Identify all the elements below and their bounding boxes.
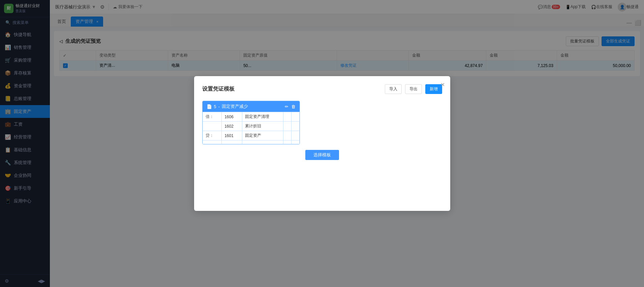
entry-debit-1 — [283, 122, 291, 131]
template-card: 📄 5 - 固定资产减少 ✏ 🗑 借： 1606 固定资产清理 — [202, 101, 300, 145]
template-entry-row-1: 1602 累计折旧 — [203, 122, 299, 131]
entry-credit-1 — [291, 122, 299, 131]
modal-header: 设置凭证模板 导入 导出 新增 — [202, 84, 442, 94]
template-entry-row-2: 贷： 1601 固定资产 — [203, 131, 299, 140]
new-template-button[interactable]: 新增 — [425, 84, 442, 94]
template-card-header: 📄 5 - 固定资产减少 ✏ 🗑 — [203, 101, 300, 112]
modal-close-button[interactable]: ✕ — [440, 82, 445, 88]
template-entries-table: 借： 1606 固定资产清理 1602 累计折旧 贷： — [203, 112, 300, 144]
template-entry-row-empty — [203, 140, 299, 144]
entry-name-0: 固定资产清理 — [242, 112, 283, 122]
template-card-title-area: 📄 5 - 固定资产减少 — [207, 103, 248, 109]
select-template-button[interactable]: 选择模板 — [305, 150, 339, 160]
entry-debit-0 — [283, 112, 291, 122]
modal-title: 设置凭证模板 — [202, 86, 235, 93]
template-card-actions: ✏ 🗑 — [285, 104, 296, 109]
export-button[interactable]: 导出 — [405, 84, 422, 94]
template-delete-icon[interactable]: 🗑 — [291, 104, 296, 109]
entry-code-0: 1606 — [222, 112, 242, 122]
entry-type-0: 借： — [203, 112, 222, 122]
entry-type-1 — [203, 122, 222, 131]
import-button[interactable]: 导入 — [385, 84, 402, 94]
modal-overlay: ✕ 设置凭证模板 导入 导出 新增 📄 5 - 固定资产减少 ✏ 🗑 — [0, 0, 644, 287]
entry-credit-2 — [291, 131, 299, 140]
entry-name-2: 固定资产 — [242, 131, 283, 140]
template-number: 5 — [214, 104, 216, 109]
template-name: 固定资产减少 — [222, 103, 248, 109]
entry-code-1: 1602 — [222, 122, 242, 131]
template-doc-icon: 📄 — [207, 104, 212, 109]
template-edit-icon[interactable]: ✏ — [285, 104, 288, 109]
entry-name-1: 累计折旧 — [242, 122, 283, 131]
set-template-modal: ✕ 设置凭证模板 导入 导出 新增 📄 5 - 固定资产减少 ✏ 🗑 — [194, 76, 450, 211]
entry-code-2: 1601 — [222, 131, 242, 140]
entry-credit-0 — [291, 112, 299, 122]
template-separator: - — [218, 104, 220, 109]
template-entry-row-0: 借： 1606 固定资产清理 — [203, 112, 299, 122]
modal-action-buttons: 导入 导出 新增 — [385, 84, 442, 94]
entry-debit-2 — [283, 131, 291, 140]
entry-type-2: 贷： — [203, 131, 222, 140]
